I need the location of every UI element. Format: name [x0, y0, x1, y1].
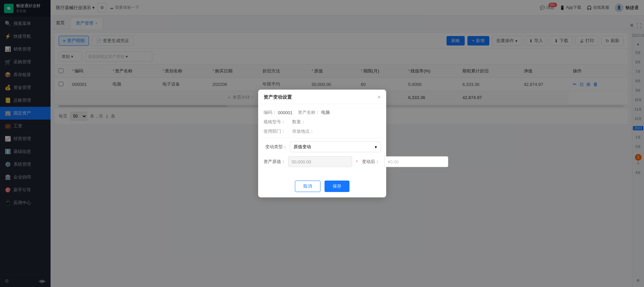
- asset-value-row: 资产原值： * 变动后：: [264, 156, 381, 167]
- code-label: 编码：: [264, 109, 277, 116]
- chevron-down-icon: ▾: [375, 145, 377, 150]
- after-change-label: 变动后：: [362, 159, 379, 165]
- asset-name-label: 资产名称：: [298, 109, 320, 116]
- dept-label: 使用部门：: [264, 128, 285, 134]
- modal-overlay[interactable]: 资产变动设置 × 编码： 000001 资产名称： 电脑 规格型号：: [0, 0, 644, 287]
- dialog-code-field: 编码： 000001: [264, 109, 293, 116]
- dialog-title: 资产变动设置: [264, 94, 292, 100]
- after-change-input[interactable]: [384, 156, 448, 167]
- asset-name-value: 电脑: [321, 109, 330, 116]
- save-button[interactable]: 保存: [325, 181, 349, 192]
- change-type-row: 变动类型： 原值变动 ▾: [264, 141, 381, 152]
- change-type-value: 原值变动: [294, 144, 311, 150]
- dialog-dept-field: 使用部门：: [264, 128, 287, 134]
- dialog-body: 编码： 000001 资产名称： 电脑 规格型号： 数量：: [258, 104, 386, 177]
- dialog-quantity-field: 数量：: [292, 119, 307, 125]
- dialog-info-row-1: 编码： 000001 资产名称： 电脑: [264, 109, 381, 116]
- dialog-info-row-2: 规格型号： 数量：: [264, 119, 381, 125]
- location-label: 存放地点：: [292, 128, 314, 134]
- change-type-label: 变动类型：: [264, 144, 287, 150]
- required-mark: *: [356, 159, 358, 164]
- asset-value-label: 资产原值：: [264, 159, 285, 165]
- spec-label: 规格型号：: [264, 119, 285, 125]
- dialog-info-row-3: 使用部门： 存放地点：: [264, 128, 381, 134]
- dialog-close-button[interactable]: ×: [377, 94, 380, 100]
- asset-change-dialog: 资产变动设置 × 编码： 000001 资产名称： 电脑 规格型号：: [258, 90, 386, 197]
- dialog-asset-name-field: 资产名称： 电脑: [298, 109, 330, 116]
- asset-value-input[interactable]: [288, 156, 352, 167]
- dialog-location-field: 存放地点：: [292, 128, 315, 134]
- change-type-select[interactable]: 原值变动 ▾: [290, 141, 381, 152]
- dialog-divider: [264, 138, 381, 138]
- quantity-label: 数量：: [292, 119, 305, 125]
- cancel-button[interactable]: 取消: [295, 181, 320, 192]
- dialog-spec-field: 规格型号：: [264, 119, 287, 125]
- dialog-header: 资产变动设置 ×: [258, 90, 386, 104]
- code-value: 000001: [278, 110, 293, 115]
- dialog-footer: 取消 保存: [258, 177, 386, 197]
